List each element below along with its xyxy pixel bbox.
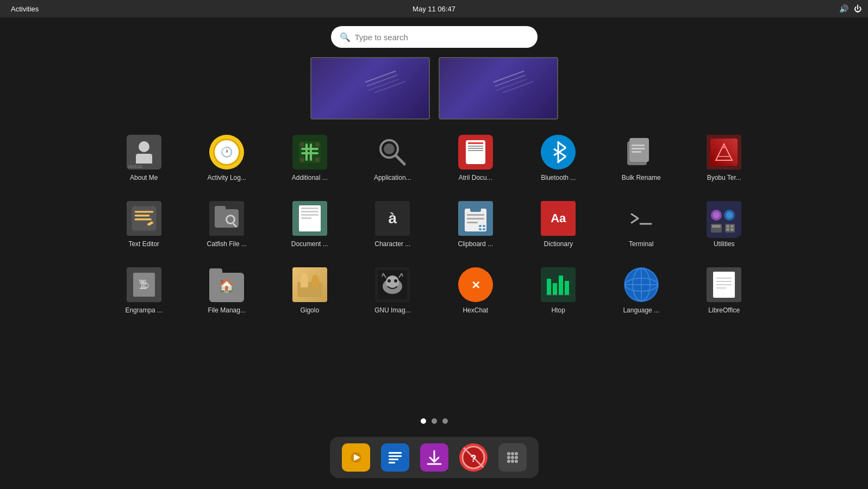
dock-item-rhythmbox[interactable] xyxy=(341,442,371,473)
app-label-additional: Additional ... xyxy=(292,174,328,181)
svg-line-15 xyxy=(554,149,566,156)
sound-icon[interactable]: 🔊 xyxy=(839,4,848,13)
hexchat-icon: ✕ xyxy=(458,267,493,302)
pagination-dot-2[interactable] xyxy=(432,418,437,424)
app-item-bluetooth[interactable]: Bluetooth ... xyxy=(522,130,595,186)
svg-line-16 xyxy=(558,156,566,162)
svg-rect-67 xyxy=(547,279,551,295)
app-item-byobu[interactable]: Byobu Ter... xyxy=(688,130,760,186)
svg-rect-46 xyxy=(726,225,729,228)
uget-icon xyxy=(420,443,448,472)
app-item-character[interactable]: à Character ... xyxy=(357,197,429,252)
dock-item-help[interactable]: ? xyxy=(458,442,489,473)
svg-rect-4 xyxy=(310,143,312,161)
window-thumb-1[interactable] xyxy=(310,57,430,120)
search-input[interactable] xyxy=(355,33,529,42)
app-label-htop: Htop xyxy=(552,306,565,314)
app-label-application: Application... xyxy=(374,174,411,181)
svg-point-58 xyxy=(388,279,391,283)
clipboard-icon xyxy=(458,201,493,236)
windows-row xyxy=(310,57,558,120)
app-label-bulk-rename: Bulk Rename xyxy=(622,174,661,181)
document-icon xyxy=(292,201,327,236)
app-label-about-me: About Me xyxy=(130,174,158,181)
svg-point-8 xyxy=(315,158,320,162)
app-item-file-manager[interactable]: 🏠 File Manag... xyxy=(191,263,263,318)
application-icon xyxy=(375,135,410,170)
svg-rect-30 xyxy=(467,214,484,216)
utilities-icon xyxy=(707,201,741,236)
svg-line-14 xyxy=(554,148,566,155)
app-item-atril[interactable]: Atril Docu... xyxy=(440,130,512,186)
pagination-dot-1[interactable] xyxy=(421,418,426,424)
pagination-dot-3[interactable] xyxy=(442,418,448,424)
gigolo-icon xyxy=(292,267,327,302)
svg-rect-26 xyxy=(134,218,151,220)
app-label-terminal: Terminal xyxy=(629,240,653,248)
app-item-language[interactable]: Language ... xyxy=(605,263,678,318)
svg-text:✕: ✕ xyxy=(471,279,480,291)
svg-rect-47 xyxy=(730,225,734,228)
svg-point-103 xyxy=(515,452,518,455)
app-item-dictionary[interactable]: Aa Dictionary xyxy=(522,197,595,252)
app-item-text-editor[interactable]: Text Editor xyxy=(108,197,180,252)
svg-rect-49 xyxy=(730,228,734,231)
app-item-terminal[interactable]: Terminal xyxy=(605,197,678,252)
dictionary-icon: Aa xyxy=(541,201,576,236)
app-label-text-editor: Text Editor xyxy=(128,240,159,248)
rhythmbox-icon xyxy=(342,443,370,472)
topbar: Activities May 11 06:47 🔊 ⏻ xyxy=(0,0,868,17)
svg-rect-70 xyxy=(565,281,569,295)
app-item-hexchat[interactable]: ✕ HexChat xyxy=(440,263,512,318)
app-label-catfish: Catfish File ... xyxy=(207,240,247,248)
app-label-gnu-image: GNU Imag... xyxy=(374,306,411,314)
app-label-hexchat: HexChat xyxy=(463,306,488,314)
svg-point-6 xyxy=(315,142,320,147)
svg-rect-36 xyxy=(627,204,655,233)
dock-item-uget[interactable] xyxy=(419,442,449,473)
app-item-utilities[interactable]: Utilities xyxy=(688,197,760,252)
search-container: 🔍 xyxy=(331,26,538,48)
engrampa-icon: 🗜 xyxy=(127,267,161,302)
catfish-icon xyxy=(209,201,244,236)
app-item-about-me[interactable]: 1829182 About Me xyxy=(108,130,180,186)
app-item-document[interactable]: Document ... xyxy=(274,197,346,252)
topbar-right: 🔊 ⏻ xyxy=(839,4,861,13)
app-item-application[interactable]: Application... xyxy=(357,130,429,186)
file-manager-icon: 🏠 xyxy=(209,267,244,302)
bulk-rename-icon xyxy=(624,135,659,170)
app-item-libreoffice[interactable]: LibreOffice xyxy=(688,263,760,318)
app-item-htop[interactable]: Htop xyxy=(522,263,595,318)
svg-rect-31 xyxy=(467,218,484,220)
libreoffice-icon xyxy=(707,267,741,302)
svg-rect-91 xyxy=(389,462,395,463)
app-item-bulk-rename[interactable]: Bulk Rename xyxy=(605,130,678,186)
svg-text:?: ? xyxy=(470,453,476,464)
app-item-gnu-image[interactable]: GNU Imag... xyxy=(357,263,429,318)
text-editor-icon xyxy=(127,201,161,236)
svg-point-109 xyxy=(515,460,518,463)
svg-point-106 xyxy=(515,456,518,459)
app-label-gigolo: Gigolo xyxy=(300,306,319,314)
app-grid: 1829182 About Me 🕐 Activity Log... xyxy=(108,130,760,329)
app-item-catfish[interactable]: Catfish File ... xyxy=(191,197,263,252)
app-item-gigolo[interactable]: Gigolo xyxy=(274,263,346,318)
app-label-utilities: Utilities xyxy=(714,240,735,248)
svg-point-101 xyxy=(507,452,510,455)
activities-button[interactable]: Activities xyxy=(7,4,43,14)
htop-icon xyxy=(541,267,576,302)
app-item-engrampa[interactable]: 🗜 Engrampa ... xyxy=(108,263,180,318)
svg-rect-69 xyxy=(559,275,563,295)
window-thumb-2[interactable] xyxy=(439,57,558,120)
additional-icon xyxy=(292,135,327,170)
app-item-activity-log[interactable]: 🕐 Activity Log... xyxy=(191,130,263,186)
power-icon[interactable]: ⏻ xyxy=(854,4,861,13)
app-label-byobu: Byobu Ter... xyxy=(707,174,741,181)
atril-icon xyxy=(458,135,493,170)
dock-item-write[interactable] xyxy=(380,442,410,473)
svg-point-53 xyxy=(301,273,308,280)
dock-item-appgrid[interactable] xyxy=(497,442,528,473)
app-label-libreoffice: LibreOffice xyxy=(708,306,740,314)
app-item-additional[interactable]: Additional ... xyxy=(274,130,346,186)
app-item-clipboard[interactable]: Clipboard ... xyxy=(440,197,512,252)
